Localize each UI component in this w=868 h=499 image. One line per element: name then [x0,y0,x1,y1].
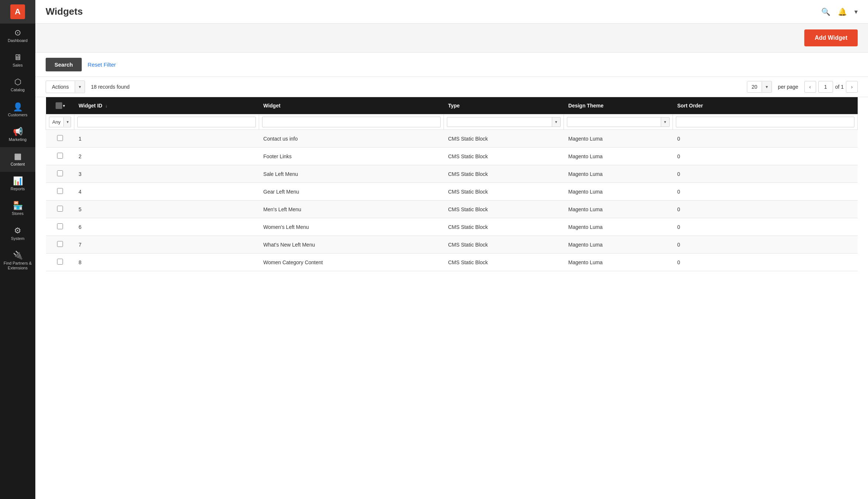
page-title: Widgets [46,6,83,17]
customers-icon: 👤 [13,103,23,111]
row-widget-name: Gear Left Menu [259,183,444,201]
sidebar-item-customers[interactable]: 👤 Customers [0,98,35,123]
row-widget-id: 7 [74,236,259,254]
th-widget-label: Widget [263,103,280,109]
table-row[interactable]: 4 Gear Left Menu CMS Static Block Magent… [46,183,858,201]
prev-page-button[interactable]: ‹ [804,81,816,93]
sales-icon: 🖥 [14,53,22,61]
sidebar-logo: A [0,0,35,24]
filter-cell-id [74,114,259,130]
row-sort-order: 0 [673,148,858,165]
content-icon: ▦ [14,152,22,160]
row-widget-id: 5 [74,201,259,218]
system-icon: ⚙ [14,227,21,235]
add-widget-button[interactable]: Add Widget [804,29,858,46]
per-page-arrow[interactable]: ▾ [762,82,772,92]
sidebar-item-system[interactable]: ⚙ System [0,222,35,246]
th-design-theme: Design Theme [564,97,673,114]
table-controls-right: 20 ▾ per page ‹ of 1 › [747,81,858,93]
row-type: CMS Static Block [444,130,564,148]
row-widget-id: 8 [74,254,259,271]
dashboard-icon: ⊙ [14,29,21,37]
sidebar-item-catalog[interactable]: ⬡ Catalog [0,73,35,98]
sidebar-item-label-find-partners: Find Partners & Extensions [3,261,32,270]
row-checkbox-cell [46,183,74,201]
actions-dropdown-arrow[interactable]: ▾ [75,81,85,92]
notification-bell-icon[interactable]: 🔔 [838,7,847,16]
row-type: CMS Static Block [444,148,564,165]
sidebar-item-marketing[interactable]: 📢 Marketing [0,123,35,147]
marketing-icon: 📢 [13,128,23,136]
sidebar-item-label-stores: Stores [12,211,24,216]
sidebar-item-stores[interactable]: 🏪 Stores [0,197,35,221]
filter-type-value [447,120,552,124]
row-checkbox[interactable] [57,188,63,194]
next-page-button[interactable]: › [846,81,858,93]
filter-type-arrow[interactable]: ▾ [552,117,560,127]
table-row[interactable]: 7 What's New Left Menu CMS Static Block … [46,236,858,254]
row-sort-order: 0 [673,218,858,236]
sidebar-item-find-partners[interactable]: 🔌 Find Partners & Extensions [0,246,35,276]
widget-id-sort-icon[interactable]: ↓ [105,103,107,109]
row-type: CMS Static Block [444,183,564,201]
page-of-label: of 1 [835,84,844,90]
search-icon[interactable]: 🔍 [821,7,830,16]
row-checkbox[interactable] [57,206,63,212]
row-checkbox[interactable] [57,241,63,247]
th-widget: Widget [259,97,444,114]
th-sort-order-label: Sort Order [677,103,703,109]
row-checkbox[interactable] [57,153,63,159]
row-design-theme: Magento Luma [564,254,673,271]
filter-any-arrow[interactable]: ▾ [63,117,71,127]
select-all-checkbox[interactable] [56,102,62,109]
sidebar-item-sales[interactable]: 🖥 Sales [0,48,35,73]
row-sort-order: 0 [673,183,858,201]
row-sort-order: 0 [673,236,858,254]
per-page-select[interactable]: 20 ▾ [747,81,772,93]
records-found: 18 records found [91,84,130,90]
filter-sort-order-input[interactable] [676,117,854,127]
table-row[interactable]: 8 Women Category Content CMS Static Bloc… [46,254,858,271]
table-row[interactable]: 5 Men's Left Menu CMS Static Block Magen… [46,201,858,218]
sidebar-item-reports[interactable]: 📊 Reports [0,172,35,197]
sidebar: A ⊙ Dashboard 🖥 Sales ⬡ Catalog 👤 Custom… [0,0,35,499]
row-type: CMS Static Block [444,236,564,254]
table-row[interactable]: 1 Contact us info CMS Static Block Magen… [46,130,858,148]
sidebar-item-content[interactable]: ▦ Content [0,147,35,172]
row-sort-order: 0 [673,130,858,148]
search-button[interactable]: Search [46,58,82,71]
row-widget-name: Contact us info [259,130,444,148]
row-checkbox[interactable] [57,135,63,141]
table-row[interactable]: 3 Sale Left Menu CMS Static Block Magent… [46,165,858,183]
th-checkbox: ▾ [46,97,74,114]
row-type: CMS Static Block [444,218,564,236]
filter-any-value: Any [49,117,63,127]
table-row[interactable]: 2 Footer Links CMS Static Block Magento … [46,148,858,165]
actions-dropdown[interactable]: Actions ▾ [46,81,85,93]
row-checkbox[interactable] [57,223,63,229]
search-bar: Search Reset Filter [35,53,868,77]
header-dropdown-icon[interactable]: ▾ [854,8,858,16]
widgets-table: ▾ Widget ID ↓ Widget Type Design Theme [46,97,858,271]
table-row[interactable]: 6 Women's Left Menu CMS Static Block Mag… [46,218,858,236]
row-checkbox[interactable] [57,170,63,176]
header-actions: 🔍 🔔 ▾ [821,7,858,16]
reset-filter-link[interactable]: Reset Filter [88,61,116,68]
logo-icon: A [10,4,25,19]
page-number-input[interactable] [818,81,833,93]
row-sort-order: 0 [673,165,858,183]
select-all-dropdown[interactable]: ▾ [63,104,65,108]
table-controls: Actions ▾ 18 records found 20 ▾ per page… [35,77,868,97]
sidebar-item-dashboard[interactable]: ⊙ Dashboard [0,24,35,48]
filter-design-theme-arrow[interactable]: ▾ [661,117,669,127]
row-checkbox[interactable] [57,259,63,265]
row-checkbox-cell [46,218,74,236]
th-sort-order: Sort Order [673,97,858,114]
row-design-theme: Magento Luma [564,183,673,201]
toolbar-area: Add Widget [35,24,868,53]
th-widget-id[interactable]: Widget ID ↓ [74,97,259,114]
filter-id-input[interactable] [77,117,256,127]
row-checkbox-cell [46,148,74,165]
filter-widget-input[interactable] [262,117,441,127]
row-widget-name: Men's Left Menu [259,201,444,218]
